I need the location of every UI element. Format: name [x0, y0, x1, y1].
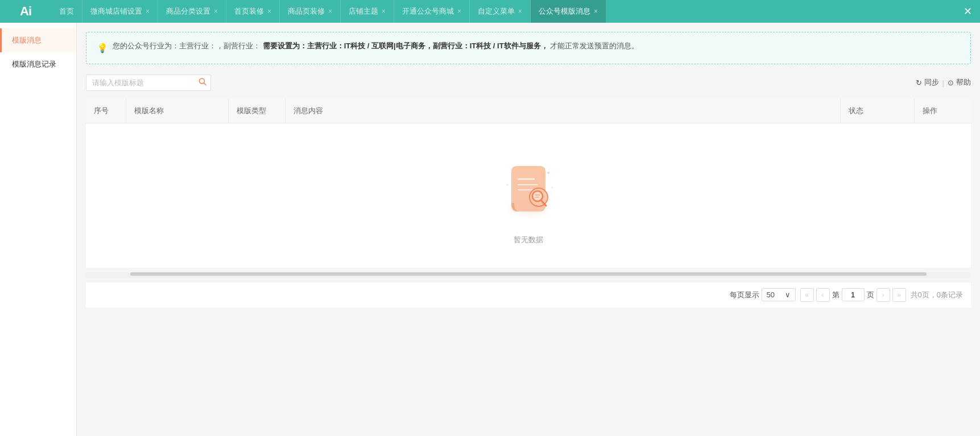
top-nav: Ai 首页微商城店铺设置×商品分类设置×首页装修×商品页装修×店铺主题×开通公众… [0, 0, 980, 23]
nav-tab-custom-menu[interactable]: 自定义菜单× [470, 0, 531, 23]
nav-tab-close-shop-theme[interactable]: × [382, 7, 386, 15]
page-suffix: 页 [867, 290, 874, 300]
search-button[interactable] [199, 78, 206, 88]
sidebar-item-template-msg[interactable]: 模版消息 [0, 28, 76, 52]
nav-tab-homepage-decor[interactable]: 首页装修× [226, 0, 280, 23]
nav-tab-template-msg[interactable]: 公众号模版消息× [531, 0, 606, 23]
nav-tabs: 首页微商城店铺设置×商品分类设置×首页装修×商品页装修×店铺主题×开通公众号商城… [51, 0, 956, 23]
empty-icon: ✦ ✦ ✦ [494, 157, 563, 226]
main-layout: 模版消息模版消息记录 💡 您的公众号行业为：主营行业：，副营行业： 需要设置为：… [0, 23, 980, 436]
data-table: 序号模版名称模版类型消息内容状态操作 [86, 99, 971, 268]
page-number-input[interactable] [842, 288, 865, 301]
col-header-name: 模版名称 [126, 99, 228, 123]
svg-text:✦: ✦ [551, 186, 553, 189]
nav-tab-product-category[interactable]: 商品分类设置× [158, 0, 226, 23]
nav-tab-close-custom-menu[interactable]: × [518, 7, 522, 15]
nav-tab-label: 首页 [59, 6, 74, 16]
nav-tab-label: 商品页装修 [288, 6, 325, 16]
table-header-row: 序号模版名称模版类型消息内容状态操作 [86, 99, 971, 123]
nav-tab-close-homepage-decor[interactable]: × [267, 7, 271, 15]
sync-button[interactable]: ↻ 同步 [916, 77, 939, 88]
table-head: 序号模版名称模版类型消息内容状态操作 [86, 99, 971, 123]
last-page-button[interactable]: » [892, 288, 906, 302]
nav-tab-close-open-mall[interactable]: × [457, 7, 461, 15]
nav-tab-label: 店铺主题 [349, 6, 378, 16]
page-nav: « ‹ 第 页 › » [800, 288, 906, 302]
scrollbar-area[interactable] [86, 272, 971, 278]
svg-text:✦: ✦ [547, 171, 551, 176]
empty-state: ✦ ✦ ✦ 暂无数据 [86, 123, 971, 268]
nav-tab-label: 公众号模版消息 [539, 6, 590, 16]
sync-label: 同步 [924, 77, 939, 88]
col-header-status: 状态 [840, 99, 914, 123]
col-header-content: 消息内容 [285, 99, 840, 123]
svg-text:✦: ✦ [506, 183, 508, 186]
table-body: ✦ ✦ ✦ 暂无数据 [86, 123, 971, 268]
sidebar-item-template-msg-record[interactable]: 模版消息记录 [0, 52, 76, 76]
scrollbar-track [130, 272, 927, 276]
sync-icon: ↻ [916, 78, 922, 87]
nav-tab-label: 自定义菜单 [478, 6, 515, 16]
sidebar: 模版消息模版消息记录 [0, 23, 77, 436]
content-area: 💡 您的公众号行业为：主营行业：，副营行业： 需要设置为：主营行业：IT科技 /… [77, 23, 980, 436]
chevron-down-icon: ∨ [785, 290, 791, 299]
page-size-label: 每页显示 [730, 290, 759, 300]
app-logo: Ai [0, 0, 51, 23]
search-input-wrap [86, 74, 211, 91]
close-all-button[interactable]: ✕ [956, 0, 980, 23]
col-header-index: 序号 [86, 99, 126, 123]
help-button[interactable]: ⊙ 帮助 [948, 77, 971, 88]
nav-tab-product-page-decor[interactable]: 商品页装修× [280, 0, 341, 23]
bulb-icon: 💡 [97, 41, 108, 56]
svg-line-1 [204, 83, 206, 85]
notice-box: 💡 您的公众号行业为：主营行业：，副营行业： 需要设置为：主营行业：IT科技 /… [86, 32, 971, 64]
help-icon: ⊙ [948, 78, 954, 87]
nav-tab-label: 微商城店铺设置 [90, 6, 142, 16]
first-page-button[interactable]: « [800, 288, 814, 302]
notice-highlight: 需要设置为：主营行业：IT科技 / 互联网|电子商务，副营行业：IT科技 / I… [263, 41, 548, 50]
col-header-type: 模版类型 [228, 99, 285, 123]
nav-tab-open-mall[interactable]: 开通公众号商城× [394, 0, 470, 23]
col-header-action: 操作 [914, 99, 971, 123]
page-prefix: 第 [832, 290, 840, 300]
nav-tab-close-product-page-decor[interactable]: × [328, 7, 332, 15]
nav-tab-shop-theme[interactable]: 店铺主题× [341, 0, 394, 23]
total-info: 共0页，0条记录 [911, 290, 963, 300]
nav-tab-close-product-category[interactable]: × [214, 7, 218, 15]
search-bar: ↻ 同步 | ⊙ 帮助 [86, 74, 971, 91]
nav-tab-micro-shop[interactable]: 微商城店铺设置× [82, 0, 158, 23]
nav-tab-close-micro-shop[interactable]: × [146, 7, 150, 15]
nav-tab-home[interactable]: 首页 [51, 0, 82, 23]
page-size-dropdown[interactable]: 50 ∨ [762, 288, 796, 301]
nav-tab-label: 开通公众号商城 [402, 6, 454, 16]
nav-tab-label: 首页装修 [234, 6, 264, 16]
nav-tab-label: 商品分类设置 [166, 6, 210, 16]
pagination: 每页显示 50 ∨ « ‹ 第 页 › » 共0页，0条记录 [86, 283, 971, 308]
table-container: 序号模版名称模版类型消息内容状态操作 [86, 99, 971, 268]
notice-text: 您的公众号行业为：主营行业：，副营行业： 需要设置为：主营行业：IT科技 / 互… [113, 40, 639, 52]
help-label: 帮助 [956, 77, 971, 88]
empty-row: ✦ ✦ ✦ 暂无数据 [86, 123, 971, 268]
search-input[interactable] [86, 74, 211, 91]
page-size-value: 50 [767, 290, 775, 299]
prev-page-button[interactable]: ‹ [816, 288, 830, 302]
nav-tab-close-template-msg[interactable]: × [594, 7, 598, 15]
next-page-button[interactable]: › [876, 288, 890, 302]
empty-text: 暂无数据 [86, 235, 971, 245]
divider: | [942, 78, 944, 87]
page-size-select: 每页显示 50 ∨ [730, 288, 796, 301]
toolbar-right: ↻ 同步 | ⊙ 帮助 [916, 77, 971, 88]
